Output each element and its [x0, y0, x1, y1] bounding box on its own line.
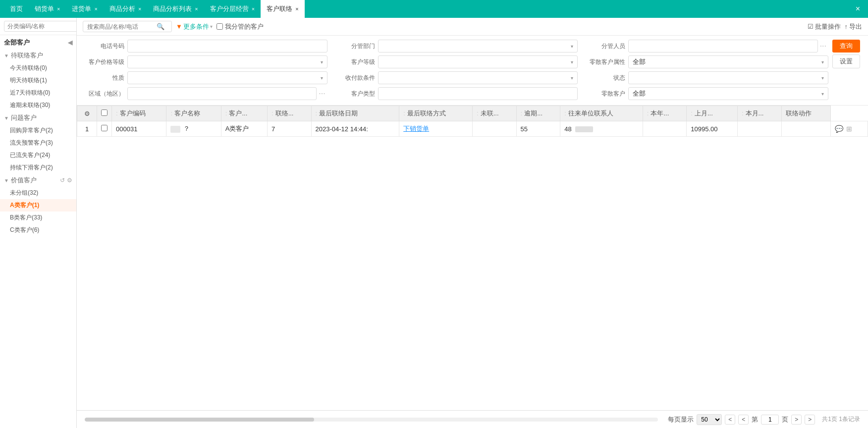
td-overdue: 55	[516, 121, 560, 137]
th-gear[interactable]: ⚙	[77, 106, 97, 121]
sidebar-item-tomorrow[interactable]: 明天待联络(1)	[0, 74, 76, 87]
filter-select-dept[interactable]: ▾	[378, 40, 578, 53]
th-name[interactable]: : 客户名称	[166, 106, 221, 121]
nav-seg-close[interactable]: ×	[252, 6, 255, 12]
filter-input-person[interactable]	[628, 40, 817, 53]
filter-select-nature[interactable]: ▾	[127, 71, 327, 84]
more-filters-btn[interactable]: ▼ 更多条件 ▾	[176, 22, 213, 31]
sidebar-item-today[interactable]: 今天待联络(0)	[0, 62, 76, 74]
filter-select-status[interactable]: ▾	[628, 71, 828, 84]
th-this-month[interactable]: : 本月...	[737, 106, 781, 121]
value-refresh-icon[interactable]: ↺	[60, 177, 65, 184]
nav-product-analysis-list[interactable]: 商品分析列表 ×	[147, 0, 204, 18]
td-last-contact-method[interactable]: 下销货单	[399, 121, 473, 137]
filter-cell-customer-type: 客户类型	[335, 87, 578, 100]
prev-page-btn[interactable]: <	[738, 415, 749, 425]
nav-product-analysis[interactable]: 商品分析 ×	[104, 0, 147, 18]
filter-person-dots[interactable]: ···	[818, 42, 828, 51]
th-overdue[interactable]: : 逾期...	[516, 106, 560, 121]
my-customers-filter[interactable]: 我分管的客户	[217, 22, 264, 31]
total-records-label: 共1页 1条记录	[822, 415, 860, 424]
batch-op-label: 批量操作	[815, 22, 841, 31]
sidebar-search-input[interactable]	[4, 21, 77, 32]
sidebar-group-problem[interactable]: ▼ 问题客户	[0, 111, 76, 124]
filter-label-status: 状态	[586, 74, 625, 82]
row-action-qr[interactable]: ⊞	[846, 125, 852, 133]
th-actions: 联络动作	[781, 106, 830, 121]
sidebar-item-unclassified[interactable]: 未分组(32)	[0, 187, 76, 199]
th-contacts[interactable]: : 往来单位联系人	[560, 106, 643, 121]
query-button[interactable]: 查询	[832, 40, 860, 53]
select-all-checkbox[interactable]	[101, 109, 108, 116]
th-code[interactable]: : 客户编码	[112, 106, 166, 121]
first-page-btn[interactable]: <	[725, 415, 735, 425]
sidebar-item-7days[interactable]: 近7天待联络(0)	[0, 87, 76, 99]
last-contact-link[interactable]: 下销货单	[403, 125, 429, 132]
page-number-input[interactable]	[761, 415, 779, 425]
horizontal-scrollbar[interactable]	[85, 418, 658, 422]
sidebar-group-pending-contact[interactable]: ▼ 待联络客户	[0, 49, 76, 62]
filter-region-dots[interactable]: ···	[317, 89, 327, 98]
gear-icon-header[interactable]: ⚙	[84, 110, 90, 117]
sidebar-item-rebuy-abnormal[interactable]: 回购异常客户(2)	[0, 124, 76, 137]
th-customer-type[interactable]: : 客户...	[221, 106, 267, 121]
th-last-contact-date[interactable]: : 最后联络日期	[311, 106, 399, 121]
nav-purchase-close[interactable]: ×	[94, 6, 97, 12]
batch-op-icon: ☑	[808, 23, 814, 30]
export-btn[interactable]: ↑ 导出	[845, 22, 863, 31]
sidebar-item-class-a[interactable]: A类客户(1)	[0, 199, 76, 212]
sidebar-item-class-b[interactable]: B类客户(33)	[0, 212, 76, 224]
last-page-btn[interactable]: >	[805, 415, 815, 425]
th-checkbox[interactable]	[97, 106, 112, 121]
sidebar-item-churned[interactable]: 已流失客户(24)	[0, 149, 76, 161]
nav-purchase-order[interactable]: 进货单 ×	[66, 0, 103, 18]
search-icon[interactable]: 🔍	[157, 23, 164, 30]
nav-customer-segmentation[interactable]: 客户分层经营 ×	[204, 0, 261, 18]
th-contact-count[interactable]: : 联络...	[268, 106, 312, 121]
sidebar-item-class-c[interactable]: C类客户(6)	[0, 224, 76, 236]
th-last-month[interactable]: : 上月...	[687, 106, 738, 121]
sidebar-all-customers[interactable]: 全部客户 ◀	[0, 35, 76, 49]
batch-op-btn[interactable]: ☑ 批量操作	[808, 22, 841, 31]
nav-product-list-close[interactable]: ×	[195, 6, 198, 12]
td-this-month	[781, 121, 830, 137]
td-name-text: ？	[183, 125, 190, 132]
filter-input-region[interactable]	[127, 87, 317, 100]
nav-contact-close[interactable]: ×	[295, 6, 298, 12]
filter-select-price-grade[interactable]: ▾	[127, 55, 327, 68]
sidebar-collapse-btn[interactable]: ◀	[68, 39, 72, 46]
row-checkbox[interactable]	[101, 125, 108, 131]
my-customers-checkbox[interactable]	[217, 23, 223, 30]
filter-input-phone[interactable]	[127, 40, 327, 53]
nav-home[interactable]: 首页	[4, 0, 29, 18]
filter-select-retail-customer[interactable]: 全部 ▾	[628, 87, 828, 100]
col-contacts-label: 往来单位联系人	[568, 109, 613, 117]
nav-sales-order[interactable]: 销货单 ×	[29, 0, 66, 18]
settings-button[interactable]: 设置	[832, 54, 860, 68]
filter-cell-retail-customer: 零散客户 全部 ▾	[586, 87, 828, 100]
value-settings-icon[interactable]: ⚙	[67, 177, 72, 184]
page-size-select[interactable]: 50 10 20 100	[697, 414, 722, 425]
next-page-btn[interactable]: >	[791, 415, 802, 425]
close-all-btn[interactable]: ×	[852, 4, 864, 13]
search-input[interactable]	[87, 23, 157, 30]
nav-product-close[interactable]: ×	[138, 6, 141, 12]
filter-select-customer-grade[interactable]: ▾	[378, 55, 578, 68]
th-last-contact-method[interactable]: : 最后联络方式	[399, 106, 473, 121]
sidebar-group-value[interactable]: ▼ 价值客户 ↺ ⚙	[0, 174, 76, 187]
sidebar-item-churn-warning[interactable]: 流失预警客户(3)	[0, 137, 76, 149]
filter-select-payment[interactable]: ▾	[378, 71, 578, 84]
row-action-chat[interactable]: 💬	[835, 125, 843, 133]
nav-sales-close[interactable]: ×	[57, 6, 60, 12]
nav-customer-contact[interactable]: 客户联络 ×	[261, 0, 304, 18]
td-checkbox[interactable]	[97, 121, 112, 137]
filter-select-retail-attr[interactable]: 全部 ▾	[628, 55, 828, 68]
filter-label-customer-grade: 客户等级	[335, 58, 375, 66]
export-label: 导出	[849, 22, 862, 31]
filter-cell-region: 区域（地区） ···	[85, 87, 327, 100]
filter-input-customer-type[interactable]	[378, 87, 578, 100]
th-this-year[interactable]: : 本年...	[643, 106, 687, 121]
sidebar-item-overdue[interactable]: 逾期未联络(30)	[0, 99, 76, 111]
th-uncontacted[interactable]: : 未联...	[473, 106, 517, 121]
sidebar-item-declining[interactable]: 持续下滑客户(2)	[0, 161, 76, 174]
